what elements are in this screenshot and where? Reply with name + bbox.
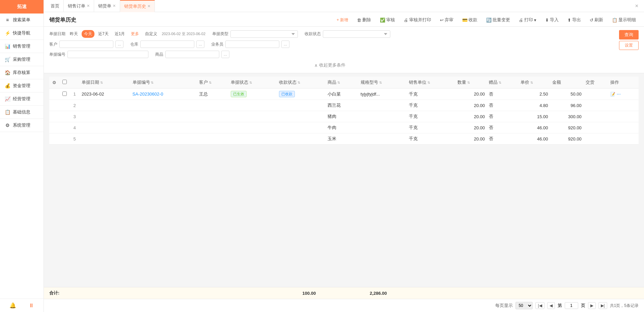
sidebar-item-basic-info[interactable]: 📋 基础信息	[0, 106, 44, 119]
sidebar-item-sys-mgmt[interactable]: ⚙ 系统管理	[0, 119, 44, 132]
goods-ellipsis[interactable]: ...	[221, 51, 229, 58]
collect-button[interactable]: 💳 收款	[459, 16, 480, 24]
date-btn-yesterday[interactable]: 昨天	[67, 30, 80, 38]
more-link[interactable]: ⋯	[617, 92, 621, 97]
tab-sales-history[interactable]: 销货单历史 ✕	[120, 0, 155, 12]
col-doc-no[interactable]: 单据编号	[131, 77, 197, 88]
import-button[interactable]: ⬇ 导入	[542, 16, 561, 24]
col-spec[interactable]: 规格型号	[359, 77, 407, 88]
col-doc-status[interactable]: 单据状态	[229, 77, 277, 88]
page-size-select[interactable]: 50 100	[515, 302, 533, 309]
col-price[interactable]: 单价	[519, 77, 550, 88]
row-collect-status	[277, 100, 325, 111]
doc-no-input[interactable]	[67, 51, 148, 58]
set-button[interactable]: 设置	[619, 41, 639, 50]
warehouse-ellipsis[interactable]: ...	[196, 41, 204, 48]
tab-close-all[interactable]: ✕	[632, 3, 641, 8]
collapse-label: 收起更多条件	[319, 62, 345, 68]
date-btn-1month[interactable]: 近1月	[112, 30, 128, 38]
edit-link[interactable]: 📝	[610, 92, 615, 97]
row-customer	[197, 111, 229, 122]
row-seq: 2	[69, 100, 80, 111]
refresh-button[interactable]: ↺ 刷新	[587, 16, 606, 24]
doc-type-select[interactable]	[230, 30, 298, 38]
abandon-button[interactable]: ↩ 弃审	[437, 16, 456, 24]
row-checkbox[interactable]	[59, 88, 69, 100]
col-unit[interactable]: 销售单位	[407, 77, 455, 88]
collapse-btn[interactable]: ∧ 收起更多条件	[314, 61, 345, 70]
row-checkbox[interactable]	[59, 111, 69, 122]
warehouse-input[interactable]	[140, 41, 194, 48]
date-btn-7days[interactable]: 近7天	[96, 30, 111, 38]
col-collect-status[interactable]: 收款状态	[277, 77, 325, 88]
date-btn-today[interactable]: 今天	[82, 30, 94, 38]
salesperson-ellipsis[interactable]: ...	[281, 41, 289, 48]
col-goods[interactable]: 商品	[326, 77, 359, 88]
prev-page-btn[interactable]: ◀	[547, 302, 555, 309]
purchase-icon: 🛒	[5, 57, 10, 62]
batch-change-button[interactable]: 🔄 批量变更	[483, 16, 513, 24]
delete-button[interactable]: 🗑 删除	[354, 16, 374, 24]
tab-sales-order[interactable]: 销售订单 ✕	[64, 0, 94, 12]
row-goods: 玉米	[326, 133, 359, 145]
export-button[interactable]: ⬆ 导出	[565, 16, 584, 24]
row-checkbox[interactable]	[59, 122, 69, 133]
tab-home[interactable]: 首页	[47, 0, 64, 12]
sidebar-item-label: 快捷导航	[13, 30, 30, 36]
notification-icon[interactable]: 🔔	[9, 302, 16, 309]
row-gift: 否	[487, 88, 519, 100]
sidebar-item-sales-mgmt[interactable]: 📊 销售管理	[0, 40, 44, 53]
sidebar-item-finance[interactable]: 💰 资金管理	[0, 79, 44, 93]
tab-sales-history-close[interactable]: ✕	[147, 4, 150, 8]
tab-sales-goods-close[interactable]: ✕	[113, 4, 116, 8]
row-date	[80, 122, 131, 133]
select-all-checkbox[interactable]	[62, 80, 67, 84]
col-qty[interactable]: 数量	[455, 77, 487, 88]
first-page-btn[interactable]: |◀	[535, 302, 544, 309]
date-btn-custom[interactable]: 自定义	[143, 30, 160, 38]
next-page-btn[interactable]: ▶	[588, 302, 596, 309]
sidebar-item-search-menu[interactable]: ≡ 搜索菜单	[0, 14, 44, 27]
col-settings[interactable]: ⚙	[49, 77, 59, 88]
sidebar-item-quick-nav[interactable]: ⚡ 快捷导航	[0, 27, 44, 40]
row-checkbox[interactable]	[59, 133, 69, 145]
last-page-btn[interactable]: ▶|	[598, 302, 607, 309]
row-seq: 5	[69, 133, 80, 145]
doc-no-link[interactable]: SA-20230602-0	[133, 92, 163, 97]
date-btn-more[interactable]: 更多	[129, 30, 141, 38]
query-button[interactable]: 查询	[619, 30, 639, 40]
page-input[interactable]	[565, 302, 578, 309]
row-select[interactable]	[62, 92, 67, 96]
col-gift[interactable]: 赠品	[487, 77, 519, 88]
col-customer[interactable]: 客户	[197, 77, 229, 88]
col-date[interactable]: 单据日期	[80, 77, 131, 88]
goods-filter: 商品 ...	[155, 51, 229, 58]
tab-sales-goods[interactable]: 销货单 ✕	[94, 0, 120, 12]
audit-print-button[interactable]: 🖨 审核并打印	[401, 16, 434, 24]
collect-status-select[interactable]	[323, 30, 390, 38]
row-qty: 20.00	[455, 88, 487, 100]
row-trade	[584, 88, 608, 100]
row-trade	[584, 100, 608, 111]
tab-sales-order-close[interactable]: ✕	[87, 4, 90, 8]
print-button[interactable]: 🖨 打印 ▾	[516, 16, 539, 24]
audit-button[interactable]: ✅ 审核	[377, 16, 398, 24]
sidebar-item-operations[interactable]: 📈 经营管理	[0, 93, 44, 106]
settings-icon[interactable]: ⚙	[52, 80, 56, 85]
salesperson-input[interactable]	[225, 41, 279, 48]
customer-input[interactable]	[59, 41, 113, 48]
goods-input[interactable]	[165, 51, 219, 58]
row-amount: 300.00	[550, 111, 584, 122]
pause-icon[interactable]: ⏸	[29, 303, 34, 309]
customer-ellipsis[interactable]: ...	[115, 41, 123, 48]
show-detail-button[interactable]: 📋 显示明细	[609, 16, 639, 24]
row-gift: 否	[487, 122, 519, 133]
sidebar-item-purchase-mgmt[interactable]: 🛒 采购管理	[0, 53, 44, 66]
row-date	[80, 133, 131, 145]
new-button[interactable]: + 新增	[334, 16, 351, 24]
row-goods: 牛肉	[326, 122, 359, 133]
row-collect-status	[277, 111, 325, 122]
row-seq: 1	[69, 88, 80, 100]
sidebar-item-inventory[interactable]: 🏠 库存核算	[0, 66, 44, 79]
row-checkbox[interactable]	[59, 100, 69, 111]
